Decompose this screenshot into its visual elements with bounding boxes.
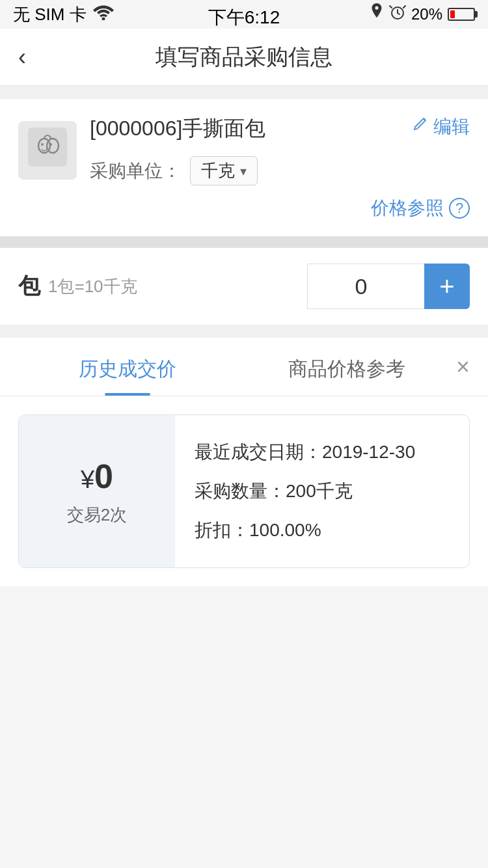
tabs-header: 历史成交价 商品价格参考 ×: [0, 338, 488, 396]
carrier-label: 无 SIM 卡: [13, 3, 87, 26]
qty-unit: 包: [18, 271, 40, 301]
history-card: ¥0 交易2次 最近成交日期：2019-12-30 采购数量：200千克 折扣：…: [18, 414, 470, 568]
discount-value: 100.00%: [249, 520, 321, 540]
purchase-qty-label: 采购数量：: [195, 481, 286, 501]
edit-button[interactable]: 编辑: [413, 115, 470, 139]
qty-conversion: 1包=10千克: [48, 275, 137, 298]
battery-percent: 20%: [411, 5, 442, 23]
page-title: 填写商品采购信息: [156, 42, 332, 72]
location-icon: [370, 3, 384, 25]
svg-point-5: [41, 143, 44, 146]
price-ref-button[interactable]: 价格参照 ?: [371, 196, 470, 221]
tabs-section: 历史成交价 商品价格参考 × ¥0 交易2次 最近成交日期：2019-12-30…: [0, 338, 488, 586]
history-trades: 交易2次: [67, 504, 127, 526]
unit-arrow-icon: ▾: [240, 163, 247, 179]
history-card-left: ¥0 交易2次: [19, 415, 175, 567]
status-bar: 无 SIM 卡 下午6:12 20%: [0, 0, 488, 29]
price-value: 0: [94, 457, 113, 495]
battery-icon: [448, 8, 475, 21]
svg-point-6: [49, 143, 52, 146]
price-ref-label: 价格参照: [371, 196, 444, 221]
wifi-icon: [93, 5, 114, 25]
quantity-row: 包 1包=10千克 +: [0, 248, 488, 325]
tab-history-price[interactable]: 历史成交价: [18, 338, 237, 396]
edit-label: 编辑: [433, 115, 470, 139]
product-header: [0000006]手撕面包 采购单位： 千克 ▾ 编辑: [18, 115, 470, 185]
plus-button[interactable]: +: [424, 264, 470, 309]
status-right: 20%: [370, 3, 475, 25]
unit-label: 采购单位：: [90, 159, 181, 183]
unit-value: 千克: [201, 159, 235, 182]
alarm-icon: [389, 4, 406, 25]
nav-bar: ‹ 填写商品采购信息: [0, 29, 488, 86]
product-name: [0000006]手撕面包: [90, 115, 265, 143]
quantity-input-group: +: [307, 264, 470, 309]
price-symbol: ¥: [81, 466, 94, 493]
product-info: [0000006]手撕面包 采购单位： 千克 ▾: [90, 115, 265, 185]
main-background: [0, 586, 488, 868]
tab-price-reference[interactable]: 商品价格参考: [237, 338, 455, 396]
discount-label: 折扣：: [195, 520, 249, 540]
product-logo-icon: [28, 128, 67, 172]
price-ref-row: 价格参照 ?: [18, 196, 470, 221]
product-section: [0000006]手撕面包 采购单位： 千克 ▾ 编辑: [0, 99, 488, 236]
edit-icon: [413, 116, 429, 138]
product-unit-row: 采购单位： 千克 ▾: [90, 156, 265, 185]
status-time: 下午6:12: [208, 5, 280, 30]
status-left: 无 SIM 卡: [13, 3, 114, 26]
quantity-input[interactable]: [307, 264, 424, 309]
recent-date-label: 最近成交日期：: [195, 442, 322, 462]
recent-date-value: 2019-12-30: [322, 442, 415, 462]
purchase-qty-value: 200千克: [286, 481, 353, 501]
svg-point-0: [102, 17, 105, 20]
history-discount: 折扣：100.00%: [195, 517, 450, 544]
history-recent-date: 最近成交日期：2019-12-30: [195, 439, 450, 466]
product-logo: [18, 121, 77, 180]
back-button[interactable]: ‹: [18, 44, 26, 71]
info-icon: ?: [449, 198, 470, 219]
history-purchase-qty: 采购数量：200千克: [195, 478, 450, 505]
quantity-label: 包 1包=10千克: [18, 271, 137, 301]
history-card-right: 最近成交日期：2019-12-30 采购数量：200千克 折扣：100.00%: [175, 415, 469, 567]
history-content: ¥0 交易2次 最近成交日期：2019-12-30 采购数量：200千克 折扣：…: [0, 396, 488, 586]
unit-selector[interactable]: 千克 ▾: [190, 156, 258, 185]
history-price: ¥0: [81, 457, 113, 496]
tabs-close-button[interactable]: ×: [456, 340, 470, 394]
product-left: [0000006]手撕面包 采购单位： 千克 ▾: [18, 115, 265, 185]
section-divider: [0, 236, 488, 248]
